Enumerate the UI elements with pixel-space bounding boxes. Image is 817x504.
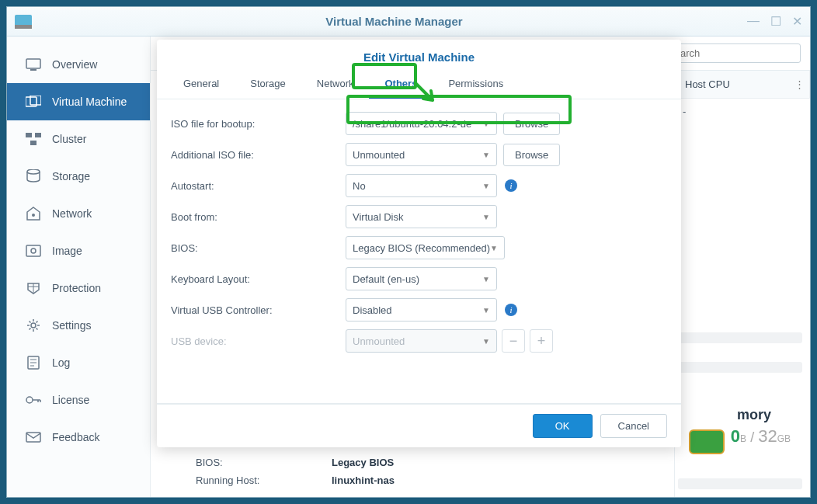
select-bios[interactable]: Legacy BIOS (Recommended)▼: [346, 236, 505, 259]
svg-point-11: [31, 323, 36, 328]
row-keyboard: Keyboard Layout: Default (en-us)▼: [171, 267, 667, 290]
label-boot-from: Boot from:: [171, 211, 346, 223]
remove-usb-button: −: [502, 329, 525, 353]
sidebar-item-storage[interactable]: Storage: [7, 158, 150, 195]
search-input[interactable]: [668, 47, 798, 59]
sidebar-item-overview[interactable]: Overview: [7, 46, 150, 83]
browse-additional-iso[interactable]: Browse: [503, 144, 560, 166]
info-icon[interactable]: i: [505, 179, 517, 192]
edit-vm-dialog: Edit Virtual Machine General Storage Net…: [157, 40, 681, 447]
select-usb-controller[interactable]: Disabled▼: [346, 298, 497, 322]
app-window: Virtual Machine Manager — ☐ ✕ Overview V…: [6, 6, 811, 498]
sidebar: Overview Virtual Machine Cluster Storage…: [7, 36, 151, 497]
sidebar-item-license[interactable]: License: [7, 381, 150, 419]
svg-rect-9: [26, 245, 40, 256]
detail-label: BIOS:: [196, 457, 332, 468]
window-controls: — ☐ ✕: [747, 14, 802, 29]
row-bios: BIOS: Legacy BIOS (Recommended)▼: [171, 236, 667, 259]
label-usb-device: USB device:: [171, 335, 346, 347]
detail-value: Legacy BIOS: [332, 457, 394, 468]
dialog-body: ISO file for bootup: /share1/ubuntu-20.0…: [157, 99, 681, 397]
caret-down-icon: ▼: [482, 306, 490, 315]
add-usb-button: +: [530, 329, 553, 353]
svg-rect-1: [30, 69, 37, 71]
detail-label: Running Host:: [196, 474, 332, 486]
sidebar-item-image[interactable]: Image: [7, 232, 150, 269]
caret-down-icon: ▼: [490, 244, 498, 252]
svg-rect-0: [26, 59, 40, 68]
sidebar-item-virtual-machine[interactable]: Virtual Machine: [7, 83, 150, 120]
maximize-button[interactable]: ☐: [770, 14, 781, 29]
sidebar-label: Cluster: [52, 133, 86, 145]
select-boot-from[interactable]: Virtual Disk▼: [346, 205, 497, 228]
label-iso-bootup: ISO file for bootup:: [171, 118, 346, 130]
sidebar-item-network[interactable]: Network: [7, 195, 150, 232]
select-keyboard[interactable]: Default (en-us)▼: [346, 267, 497, 290]
caret-down-icon: ▼: [482, 182, 490, 190]
sidebar-label: License: [52, 394, 89, 406]
close-button[interactable]: ✕: [792, 14, 802, 29]
key-icon: [26, 393, 41, 407]
caret-down-icon: ▼: [482, 275, 490, 283]
placeholder-bar: [678, 332, 802, 343]
label-autostart: Autostart:: [171, 180, 346, 192]
info-icon[interactable]: i: [505, 304, 517, 316]
label-usb-controller: Virtual USB Controller:: [171, 304, 346, 316]
sidebar-label: Network: [52, 207, 92, 220]
overview-icon: [26, 57, 41, 71]
sidebar-item-protection[interactable]: Protection: [7, 269, 150, 307]
select-usb-device: Unmounted▼: [346, 329, 497, 353]
sidebar-item-log[interactable]: Log: [7, 344, 150, 381]
browse-iso-bootup[interactable]: Browse: [503, 113, 560, 135]
grid-header: Host CPU ⋮: [674, 71, 810, 99]
sidebar-label: Virtual Machine: [52, 96, 127, 108]
protection-icon: [26, 281, 41, 295]
svg-rect-14: [26, 433, 40, 442]
image-icon: [26, 244, 41, 258]
select-additional-iso[interactable]: Unmounted▼: [346, 143, 497, 166]
select-iso-bootup[interactable]: /share1/ubuntu-20.04.2-de▼: [346, 112, 497, 135]
tab-others[interactable]: Others: [369, 70, 433, 99]
host-cpu-value: -: [683, 106, 802, 117]
column-host-cpu[interactable]: Host CPU ⋮: [674, 71, 810, 99]
tab-general[interactable]: General: [168, 70, 235, 99]
select-autostart[interactable]: No▼: [346, 174, 497, 197]
row-additional-iso: Additional ISO file: Unmounted▼ Browse: [171, 143, 667, 166]
tab-permissions[interactable]: Permissions: [433, 70, 519, 99]
dialog-title: Edit Virtual Machine: [157, 40, 681, 70]
detail-value: linuxhint-nas: [332, 474, 395, 486]
label-bios: BIOS:: [171, 242, 346, 254]
tab-storage[interactable]: Storage: [235, 70, 301, 99]
sidebar-label: Feedback: [52, 431, 99, 443]
sidebar-item-cluster[interactable]: Cluster: [7, 120, 150, 158]
vm-icon: [26, 95, 41, 109]
sidebar-label: Overview: [52, 58, 97, 71]
label-additional-iso: Additional ISO file:: [171, 149, 346, 161]
cancel-button[interactable]: Cancel: [600, 414, 667, 438]
memory-chip-icon: [689, 429, 725, 454]
dialog-tabs: General Storage Network Others Permissio…: [157, 70, 681, 99]
ok-button[interactable]: OK: [533, 414, 593, 438]
network-icon: [26, 207, 41, 221]
placeholder-bar: [678, 478, 802, 489]
row-autostart: Autostart: No▼ i: [171, 174, 667, 197]
sidebar-item-feedback[interactable]: Feedback: [7, 419, 150, 456]
svg-point-7: [27, 169, 40, 174]
storage-icon: [26, 169, 41, 183]
column-menu-icon[interactable]: ⋮: [794, 78, 805, 90]
tab-network[interactable]: Network: [301, 70, 370, 99]
log-icon: [26, 356, 41, 370]
sidebar-item-settings[interactable]: Settings: [7, 307, 150, 344]
label-keyboard: Keyboard Layout:: [171, 273, 346, 285]
caret-down-icon: ▼: [482, 337, 490, 346]
memory-label: mory: [737, 407, 771, 423]
svg-rect-4: [26, 133, 32, 137]
detail-row-running-host: Running Host: linuxhint-nas: [196, 471, 662, 489]
minimize-button[interactable]: —: [747, 14, 760, 29]
memory-value: 0B / 32GB: [731, 426, 791, 447]
detail-row-bios: BIOS: Legacy BIOS: [196, 454, 662, 471]
sidebar-label: Image: [52, 245, 82, 257]
caret-down-icon: ▼: [482, 151, 490, 159]
placeholder-bar: [678, 362, 802, 373]
sidebar-label: Settings: [52, 319, 92, 332]
